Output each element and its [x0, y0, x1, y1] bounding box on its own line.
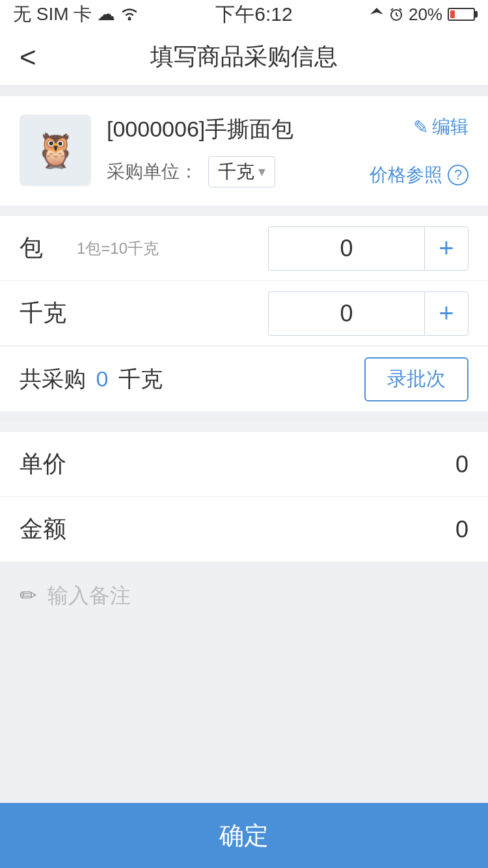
- svg-line-3: [396, 15, 398, 16]
- nav-bar: < 填写商品采购信息: [0, 29, 488, 86]
- product-card: 🦉 [0000006]手撕面包 采购单位： 千克 ▾ ✎ 编辑 价格参照 ?: [0, 96, 488, 206]
- summary-amount: 0: [96, 366, 108, 391]
- summary-row: 共采购 0 千克 录批次: [0, 346, 488, 411]
- amount-label: 金额: [20, 513, 66, 545]
- kg-input-row: 千克 0 +: [0, 281, 488, 346]
- unit-label: 采购单位：: [107, 159, 198, 184]
- status-right: 20%: [370, 5, 475, 25]
- batch-button[interactable]: 录批次: [364, 357, 468, 401]
- content-spacer: [0, 640, 488, 822]
- product-thumb-icon: 🦉: [34, 133, 77, 167]
- amount-value: 0: [455, 516, 468, 543]
- price-ref-button[interactable]: 价格参照 ?: [370, 163, 468, 187]
- location-icon: [370, 7, 384, 21]
- mid-divider-1: [0, 206, 488, 216]
- confirm-button[interactable]: 确定: [0, 803, 488, 868]
- summary-unit: 千克: [118, 366, 163, 391]
- wifi-icon: [120, 7, 139, 21]
- unit-value: 千克: [218, 159, 254, 184]
- back-button[interactable]: <: [20, 36, 49, 78]
- input-section: 包 1包=10千克 0 + 千克 0 +: [0, 216, 488, 346]
- kg-input-wrap: 0 +: [268, 292, 468, 336]
- edit-button[interactable]: ✎ 编辑: [413, 115, 468, 139]
- product-thumbnail: 🦉: [20, 115, 91, 186]
- remark-placeholder: 输入备注: [47, 582, 131, 610]
- svg-line-5: [400, 8, 401, 10]
- summary-prefix: 共采购 0 千克: [20, 364, 163, 394]
- alarm-icon: [389, 7, 403, 21]
- unit-price-label: 单价: [20, 448, 66, 480]
- pencil-icon: ✏: [20, 583, 37, 608]
- price-ref-label: 价格参照: [370, 163, 442, 187]
- status-bar: 无 SIM 卡 ☁ 下午6:12 20%: [0, 0, 488, 29]
- battery-icon: [448, 8, 475, 21]
- battery-percent: 20%: [409, 5, 442, 25]
- bag-label: 包: [20, 232, 72, 264]
- edit-label: 编辑: [432, 115, 468, 139]
- bag-plus-button[interactable]: +: [424, 226, 468, 271]
- edit-icon: ✎: [413, 116, 428, 138]
- no-sim-text: 无 SIM 卡 ☁: [13, 2, 115, 27]
- page-title: 填写商品采购信息: [150, 41, 338, 73]
- kg-value[interactable]: 0: [268, 292, 424, 336]
- help-icon[interactable]: ?: [448, 165, 468, 185]
- mid-divider-2: [0, 411, 488, 422]
- unit-price-row: 单价 0: [0, 432, 488, 497]
- kg-label: 千克: [20, 297, 72, 329]
- unit-select[interactable]: 千克 ▾: [208, 156, 275, 187]
- unit-price-value: 0: [455, 451, 468, 478]
- info-section: 单价 0 金额 0: [0, 432, 488, 562]
- kg-plus-button[interactable]: +: [424, 292, 468, 336]
- amount-row: 金额 0: [0, 497, 488, 562]
- top-divider: [0, 86, 488, 96]
- status-left: 无 SIM 卡 ☁: [13, 2, 139, 27]
- chevron-down-icon: ▾: [258, 163, 265, 180]
- bag-input-row: 包 1包=10千克 0 +: [0, 216, 488, 281]
- svg-line-4: [391, 8, 393, 10]
- remark-section[interactable]: ✏ 输入备注: [0, 562, 488, 640]
- bag-value[interactable]: 0: [268, 226, 424, 271]
- status-time: 下午6:12: [215, 1, 292, 28]
- svg-point-0: [128, 18, 131, 21]
- bag-sub-label: 1包=10千克: [77, 238, 159, 259]
- bag-input-wrap: 0 +: [268, 226, 468, 271]
